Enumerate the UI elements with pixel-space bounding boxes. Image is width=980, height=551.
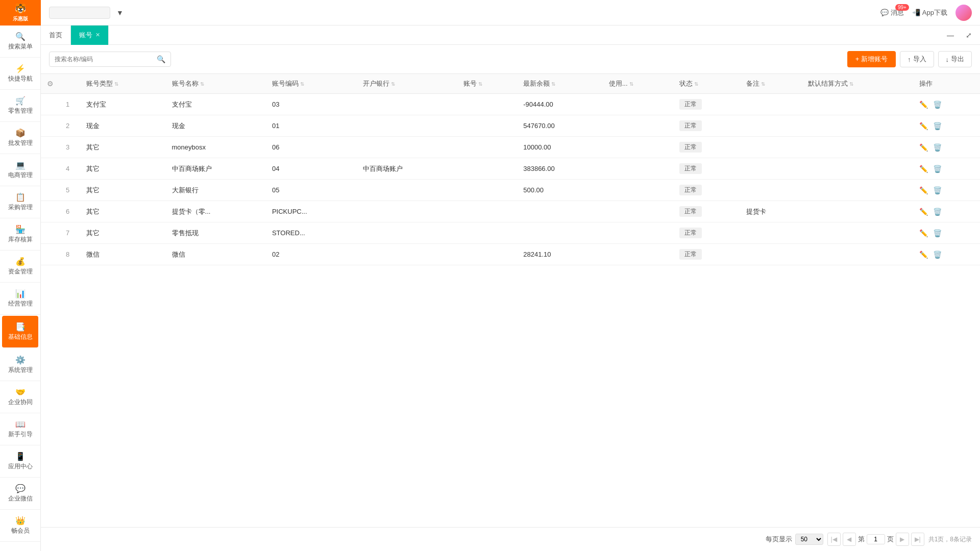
col-status-header[interactable]: 状态⇅ bbox=[673, 74, 740, 94]
sidebar-item-system[interactable]: ⚙️ 系统管理 bbox=[0, 349, 40, 381]
import-button[interactable]: ↑ 导入 bbox=[900, 51, 934, 67]
sidebar-item-quicknav[interactable]: ⚡ 快捷导航 bbox=[0, 58, 40, 90]
row-gear bbox=[41, 158, 60, 180]
sidebar-item-member[interactable]: 👑 畅会员 bbox=[0, 510, 40, 542]
delete-button[interactable]: 🗑️ bbox=[933, 229, 942, 237]
prev-page-button[interactable]: ◀ bbox=[843, 533, 856, 546]
search-button[interactable]: 🔍 bbox=[152, 52, 170, 66]
row-note bbox=[740, 137, 802, 158]
col-note-header[interactable]: 备注⇅ bbox=[740, 74, 802, 94]
page-total: 共1页，8条记录 bbox=[928, 535, 972, 544]
tab-home[interactable]: 首页 bbox=[41, 26, 71, 45]
sidebar-item-enterprise[interactable]: 🤝 企业协同 bbox=[0, 381, 40, 413]
appcenter-icon: 📱 bbox=[15, 452, 26, 461]
message-button[interactable]: 💬 消息 99+ bbox=[880, 8, 904, 17]
col-name-header[interactable]: 账号名称⇅ bbox=[166, 74, 266, 94]
tab-close-icon[interactable]: ✕ bbox=[95, 32, 100, 38]
delete-button[interactable]: 🗑️ bbox=[933, 101, 942, 109]
sidebar-item-system-label: 系统管理 bbox=[8, 366, 33, 374]
sidebar-item-basic[interactable]: 📑 基础信息 bbox=[2, 316, 38, 348]
column-settings-icon[interactable]: ⚙ bbox=[47, 80, 54, 88]
sidebar-item-retail[interactable]: 🛒 零售管理 bbox=[0, 90, 40, 122]
sidebar-item-search[interactable]: 🔍 搜索菜单 bbox=[0, 26, 40, 58]
main-area: ▼ 💬 消息 99+ 📲 App下载 首页 账号 ✕ — ⤢ bbox=[41, 0, 980, 551]
name-sort-icon: ⇅ bbox=[200, 81, 204, 87]
sidebar-item-inventory[interactable]: 🏪 库存核算 bbox=[0, 218, 40, 251]
last-page-button[interactable]: ▶| bbox=[911, 533, 924, 546]
row-settlement bbox=[802, 158, 913, 180]
col-account-header[interactable]: 账号⇅ bbox=[457, 74, 517, 94]
sidebar-item-enterprise-label: 企业协同 bbox=[8, 398, 33, 407]
sidebar-item-operations[interactable]: 📊 经营管理 bbox=[0, 283, 40, 315]
delete-button[interactable]: 🗑️ bbox=[933, 251, 942, 259]
col-code-header[interactable]: 账号编码⇅ bbox=[266, 74, 357, 94]
delete-button[interactable]: 🗑️ bbox=[933, 165, 942, 173]
edit-button[interactable]: ✏️ bbox=[919, 143, 928, 152]
tab-minimize-button[interactable]: — bbox=[943, 28, 958, 42]
delete-button[interactable]: 🗑️ bbox=[933, 186, 942, 194]
delete-button[interactable]: 🗑️ bbox=[933, 122, 942, 130]
operations-icon: 📊 bbox=[15, 289, 26, 298]
row-balance: 547670.00 bbox=[517, 115, 603, 137]
row-type: 支付宝 bbox=[80, 94, 166, 115]
edit-button[interactable]: ✏️ bbox=[919, 208, 928, 216]
edit-button[interactable]: ✏️ bbox=[919, 186, 928, 194]
row-usage bbox=[603, 222, 673, 244]
row-settlement bbox=[802, 222, 913, 244]
app-download-button[interactable]: 📲 App下载 bbox=[912, 8, 947, 17]
tab-maximize-button[interactable]: ⤢ bbox=[962, 28, 976, 42]
next-page-button[interactable]: ▶ bbox=[896, 533, 909, 546]
sidebar-item-ecommerce[interactable]: 💻 电商管理 bbox=[0, 154, 40, 186]
col-settlement-header[interactable]: 默认结算方式⇅ bbox=[802, 74, 913, 94]
sidebar-item-wholesale[interactable]: 📦 批发管理 bbox=[0, 122, 40, 154]
edit-button[interactable]: ✏️ bbox=[919, 165, 928, 173]
edit-button[interactable]: ✏️ bbox=[919, 101, 928, 109]
sidebar-item-wechat[interactable]: 💬 企业微信 bbox=[0, 478, 40, 510]
col-gear-header[interactable]: ⚙ bbox=[41, 74, 60, 94]
tab-account[interactable]: 账号 ✕ bbox=[71, 26, 109, 45]
row-name: 微信 bbox=[166, 244, 266, 265]
dropdown-icon[interactable]: ▼ bbox=[116, 9, 124, 17]
per-page-select[interactable]: 50 100 200 bbox=[795, 534, 823, 545]
first-page-button[interactable]: |◀ bbox=[827, 533, 841, 546]
col-usage-header[interactable]: 使用...⇅ bbox=[603, 74, 673, 94]
row-status: 正常 bbox=[673, 244, 740, 265]
sidebar-item-purchase[interactable]: 📋 采购管理 bbox=[0, 186, 40, 218]
col-settlement-label: 默认结算方式 bbox=[808, 80, 848, 87]
retail-icon: 🛒 bbox=[15, 96, 26, 106]
toolbar-left: 🔍 bbox=[49, 52, 171, 67]
header-search-input[interactable] bbox=[49, 7, 110, 19]
sidebar-item-purchase-label: 采购管理 bbox=[8, 203, 33, 212]
app-logo[interactable]: 🐯 乐惠版 bbox=[0, 0, 41, 26]
col-type-header[interactable]: 账号类型⇅ bbox=[80, 74, 166, 94]
delete-button[interactable]: 🗑️ bbox=[933, 143, 942, 152]
edit-button[interactable]: ✏️ bbox=[919, 251, 928, 259]
row-status: 正常 bbox=[673, 180, 740, 201]
row-account bbox=[457, 201, 517, 222]
sidebar-item-finance-label: 资金管理 bbox=[8, 267, 33, 276]
sidebar-item-search-label: 搜索菜单 bbox=[8, 42, 33, 51]
user-avatar[interactable] bbox=[955, 5, 972, 21]
page-size-select: 每页显示 50 100 200 bbox=[766, 534, 823, 545]
search-nav-icon: 🔍 bbox=[15, 32, 26, 41]
edit-button[interactable]: ✏️ bbox=[919, 229, 928, 237]
add-account-button[interactable]: + 新增账号 bbox=[847, 51, 896, 67]
row-balance bbox=[517, 222, 603, 244]
row-code: STORED... bbox=[266, 222, 357, 244]
delete-button[interactable]: 🗑️ bbox=[933, 208, 942, 216]
sidebar-item-guide[interactable]: 📖 新手引导 bbox=[0, 413, 40, 445]
header-right: 💬 消息 99+ 📲 App下载 bbox=[880, 5, 972, 21]
sidebar-item-finance[interactable]: 💰 资金管理 bbox=[0, 251, 40, 283]
row-gear bbox=[41, 201, 60, 222]
page-input[interactable] bbox=[867, 534, 885, 544]
wholesale-icon: 📦 bbox=[15, 128, 26, 138]
col-balance-header[interactable]: 最新余额⇅ bbox=[517, 74, 603, 94]
col-bank-header[interactable]: 开户银行⇅ bbox=[357, 74, 457, 94]
page-content: 🔍 + 新增账号 ↑ 导入 ↓ 导出 bbox=[41, 45, 980, 551]
search-input[interactable] bbox=[50, 53, 152, 66]
row-code: 01 bbox=[266, 115, 357, 137]
sidebar-item-appcenter[interactable]: 📱 应用中心 bbox=[0, 445, 40, 478]
export-button[interactable]: ↓ 导出 bbox=[938, 51, 972, 67]
row-status: 正常 bbox=[673, 222, 740, 244]
edit-button[interactable]: ✏️ bbox=[919, 122, 928, 130]
